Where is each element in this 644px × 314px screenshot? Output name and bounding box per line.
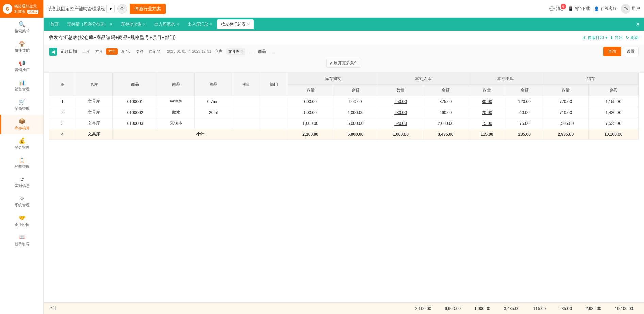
table-settings-icon[interactable]: ⚙ <box>59 81 66 88</box>
sidebar-item-system[interactable]: ⚙ 系统管理 <box>0 192 43 211</box>
row2-warehouse: 文具库 <box>76 107 113 118</box>
sidebar-item-inventory[interactable]: 📦 库存核算 <box>0 115 43 134</box>
sidebar-item-basicinfo[interactable]: 🗂 基础信息 <box>0 173 43 192</box>
user-area[interactable]: Ea 用户 <box>621 4 640 14</box>
warehouse-more-btn[interactable]: ... <box>249 49 255 54</box>
chevron-down-icon: ▾ <box>605 35 607 40</box>
system-dropdown-btn[interactable]: ▾ <box>106 5 115 13</box>
date-btn-this-month[interactable]: 本月 <box>93 48 105 55</box>
app-logo: 6 畅捷通好生意 标准版 标准版 <box>0 0 43 18</box>
col-department: 部门 <box>260 73 288 96</box>
query-btn[interactable]: 查询 <box>603 47 621 56</box>
tab-close-inout-summary[interactable]: ✕ <box>210 22 212 26</box>
row3-dept <box>260 118 288 129</box>
subtotal-out-amt: 235.00 <box>506 129 543 140</box>
print-btn[interactable]: 🖨 换版打印 ▾ <box>582 35 607 41</box>
settings-gear-btn[interactable]: ⚙ <box>117 4 127 14</box>
query-actions: 查询 设置 <box>603 47 639 56</box>
sidebar-item-inventory-label: 库存核算 <box>15 126 30 131</box>
date-btn-7days[interactable]: 近7天 <box>119 48 133 55</box>
app-download-btn[interactable]: 📱 App下载 <box>568 6 590 12</box>
page-content: 收发存汇总表(按仓库+商品编码+商品+规格型号+项目+部门) 🖨 换版打印 ▾ … <box>44 31 644 314</box>
tab-home[interactable]: 首页 <box>46 19 63 29</box>
row1-project <box>232 96 260 107</box>
tab-batch-accounts[interactable]: 库存批次账 ✕ <box>117 19 150 29</box>
date-btn-custom[interactable]: 自定义 <box>147 48 162 55</box>
online-service-btn[interactable]: 👤 在线客服 <box>594 6 617 12</box>
sidebar-item-quicknav[interactable]: 🏠 快捷导航 <box>0 37 43 56</box>
row1-code: 0100001 <box>113 96 158 107</box>
table-row: 2 文具库 0100002 胶水 20ml 500.00 1,000.00 23… <box>49 107 639 118</box>
row2-in-qty[interactable]: 230.00 <box>378 107 423 118</box>
subtotal-out-qty[interactable]: 115.00 <box>468 129 506 140</box>
sidebar-item-purchase-label: 采购管理 <box>15 106 30 111</box>
sidebar-item-search-label: 搜索菜单 <box>15 29 30 34</box>
export-btn[interactable]: ⬇ 导出 <box>610 35 623 41</box>
tab-inout-summary-label: 出入库汇总 <box>188 21 208 27</box>
tab-close-stock[interactable]: ✕ <box>110 22 112 26</box>
row3-in-amt: 2,600.00 <box>423 118 468 129</box>
date-btn-more[interactable]: 更多 <box>134 48 146 55</box>
subtotal-in-amt: 3,435.00 <box>423 129 468 140</box>
filter-toggle-btn[interactable]: ◀ <box>49 48 57 56</box>
total-label: 合计 <box>49 305 117 311</box>
row1-in-qty[interactable]: 250.00 <box>378 96 423 107</box>
row3-name: 采访本 <box>158 118 195 129</box>
tab-close-batch[interactable]: ✕ <box>143 22 146 26</box>
row2-seq: 2 <box>49 107 76 118</box>
export-icon: ⬇ <box>610 35 613 40</box>
cooperation-icon: 🤝 <box>19 215 26 221</box>
sidebar-nav: 🔍 搜索菜单 🏠 快捷导航 📢 营销推广 📊 销售管理 🛒 采购管理 📦 库存核… <box>0 18 43 314</box>
sidebar-item-finance[interactable]: 💰 资金管理 <box>0 134 43 153</box>
row2-close-qty: 710.00 <box>543 107 588 118</box>
sidebar-item-marketing[interactable]: 📢 营销推广 <box>0 56 43 76</box>
date-btn-last-month[interactable]: 上月 <box>80 48 92 55</box>
row3-in-qty[interactable]: 520.00 <box>378 118 423 129</box>
col-goods-code: 商品 <box>113 73 158 96</box>
tab-close-receivable[interactable]: ✕ <box>247 22 250 26</box>
sidebar-item-search[interactable]: 🔍 搜索菜单 <box>0 18 43 37</box>
sidebar-item-purchase[interactable]: 🛒 采购管理 <box>0 95 43 115</box>
row2-dept <box>260 107 288 118</box>
col-close-qty: 数量 <box>543 85 588 96</box>
operations-icon: 📋 <box>19 157 26 163</box>
system-icon: ⚙ <box>20 195 24 202</box>
row1-dept <box>260 96 288 107</box>
messages-btn[interactable]: 💬 消息 6 <box>549 6 564 12</box>
warehouse-tag: 文具库 ✕ <box>226 48 245 55</box>
tab-inout-flow[interactable]: 出入库流水 ✕ <box>150 19 183 29</box>
sidebar-item-guide[interactable]: 📖 新手引导 <box>0 231 43 250</box>
purchase-icon: 🛒 <box>19 99 26 105</box>
logo-badge: 标准版 <box>27 10 38 14</box>
try-industry-btn[interactable]: 体验行业方案 <box>130 4 166 14</box>
tab-stock-distribution[interactable]: 现存量（库存分布表） ✕ <box>63 19 116 29</box>
tab-bar-close-btn[interactable]: ✕ <box>634 21 641 28</box>
row1-out-qty[interactable]: 80.00 <box>468 96 506 107</box>
row3-project <box>232 118 260 129</box>
tab-inout-summary[interactable]: 出入库汇总 ✕ <box>184 19 216 29</box>
top-header: 装备及固定资产辅助管理系统 ▾ ⚙ 体验行业方案 💬 消息 6 📱 App下载 … <box>44 0 644 18</box>
goods-more-btn[interactable]: ... <box>269 49 276 54</box>
table-container: ⚙ 仓库 商品 商品 商品 项目 部门 库存期初 本期入库 本期出库 结存 <box>44 73 644 302</box>
sidebar-item-cooperation[interactable]: 🤝 企业协同 <box>0 211 43 231</box>
sidebar-item-finance-label: 资金管理 <box>15 145 30 150</box>
tab-close-inout-flow[interactable]: ✕ <box>176 22 179 26</box>
sidebar-item-operations[interactable]: 📋 经营管理 <box>0 153 43 173</box>
subtotal-in-qty[interactable]: 1,000.00 <box>378 129 423 140</box>
row3-warehouse: 文具库 <box>76 118 113 129</box>
filter-settings-btn[interactable]: 设置 <box>623 47 639 56</box>
search-icon: 🔍 <box>19 21 26 28</box>
col-goods-name: 商品 <box>158 73 195 96</box>
date-btn-this-year[interactable]: 本年 <box>106 48 118 55</box>
expand-more-btn[interactable]: ∨ 展开更多条件 <box>326 59 361 68</box>
row3-out-qty[interactable]: 15.00 <box>468 118 506 129</box>
row1-in-amt: 375.00 <box>423 96 468 107</box>
col-settings[interactable]: ⚙ <box>49 73 76 96</box>
subtotal-close-amt: 10,100.00 <box>588 129 638 140</box>
subtotal-label: 小计 <box>113 129 288 140</box>
refresh-btn[interactable]: ↻ 刷新 <box>626 35 639 41</box>
row2-out-qty[interactable]: 20.00 <box>468 107 506 118</box>
tab-receivable-summary[interactable]: 收发存汇总表 ✕ <box>217 19 254 29</box>
sidebar-item-sales[interactable]: 📊 销售管理 <box>0 76 43 95</box>
warehouse-tag-remove-btn[interactable]: ✕ <box>241 50 243 53</box>
